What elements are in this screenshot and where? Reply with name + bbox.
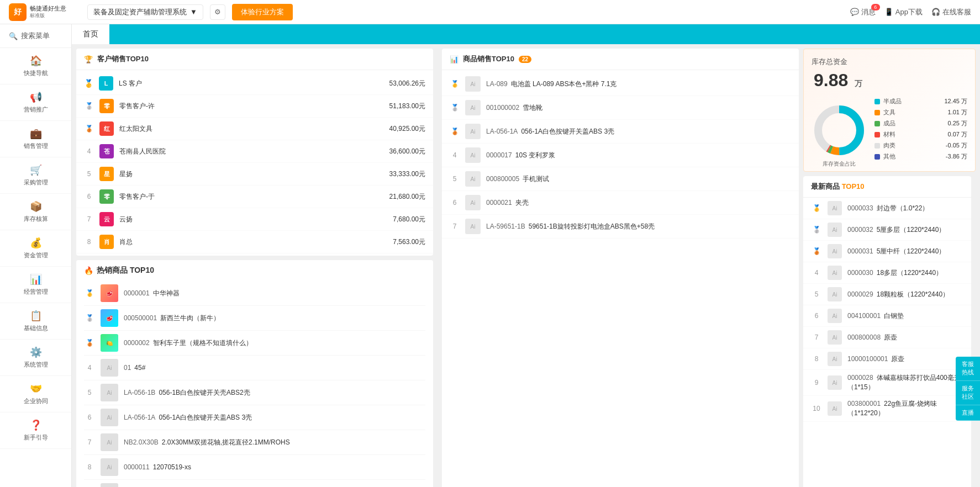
sidebar-item-purchase[interactable]: 🛒 采购管理 [0,157,71,194]
newest-name-8: 10000100001原壶 [847,354,963,364]
hot-item-9: 9 Ai KK-SD22110H花语萌值温分腿睡袋（厚款） [84,480,425,487]
legend-dot-material [874,132,880,137]
hot-name-3: 0000002智利车子里（规格不知道填什么） [124,338,425,348]
prod-name-3: LA-056-1A056-1A白色按键开关盖ABS 3壳 [486,127,791,136]
hot-item-6: 6 Ai LA-056-1A056-1A白色按键开关盖ABS 3壳 [84,405,425,430]
newest-rank-7: 7 [811,334,822,341]
newest-rank-5: 5 [811,290,822,298]
newest-name-4: 000003018多层（1220*2440） [847,268,963,278]
avatar-8: 肖 [99,235,114,249]
newest-name-10: 00380000122g鱼豆腐-烧烤味（1*12*20） [847,399,963,418]
hot-img-4: Ai [101,359,118,377]
legend-name-meat: 肉类 [883,141,942,150]
hot-rank-1: 🥇 [84,289,95,297]
sidebar-item-finance[interactable]: 💰 资金管理 [0,230,71,267]
legend-finished: 成品 0.25 万 [874,119,967,128]
prod-medal-2: 🥈 [450,104,460,112]
product-rank-3: 🥉 Ai LA-056-1A056-1A白色按键开关盖ABS 3壳 [442,120,799,144]
system-selector[interactable]: 装备及固定资产辅助管理系统 ▼ [87,4,203,20]
customer-name-8: 肖总 [119,237,387,247]
newest-rank-2: 🥈 [811,226,822,234]
legend-meat: 肉类 -0.05 万 [874,141,967,150]
prod-rank-5: 5 [450,175,460,183]
hot-img-3: 🍋 [101,334,118,352]
prod-name-7: LA-59651-1B59651-1B旋转投影灯电池盒ABS黑色+58壳 [486,222,791,231]
chart-icon: 📊 [450,55,459,63]
hot-name-5: LA-056-1B056-1B白色按键开关壳ABS2壳 [124,388,425,398]
nav-label-system: 系统管理 [24,361,48,369]
donut-chart: 库存资金占比 [812,103,867,158]
online-service-button[interactable]: 🎧 在线客服 [931,7,971,17]
legend-val-semifinished: 12.45 万 [944,97,967,105]
customer-amount-5: 33,333.00元 [389,170,425,179]
page-tabs: 首页 [72,24,980,44]
product-rank-5: 5 Ai 000800005手机测试 [442,167,799,191]
inventory-card: 库存总资金 9.88 万 [803,49,976,172]
prod-img-4: Ai [465,147,481,163]
newest-item-7: 7 Ai 000800008原壶 [803,327,971,348]
legend-semifinished: 半成品 12.45 万 [874,97,967,105]
headset-icon: 🎧 [931,8,940,16]
customer-amount-4: 36,600.00元 [389,147,425,156]
prod-img-1: Ai [465,76,481,92]
hot-img-2: 🥩 [101,309,118,327]
legend-name-finished: 成品 [883,119,945,128]
sidebar-item-guide[interactable]: ❓ 新手引导 [0,412,71,449]
legend-name-material: 材料 [883,130,945,139]
search-menu-label: 搜索菜单 [21,31,50,41]
sidebar-item-collaboration[interactable]: 🤝 企业协同 [0,376,71,412]
nav-label-guide: 新手引导 [24,433,48,442]
sidebar-item-inventory[interactable]: 📦 库存核算 [0,194,71,230]
tab-home[interactable]: 首页 [72,24,109,44]
app-download-button[interactable]: 📱 App下载 [884,7,923,17]
live-broadcast-button[interactable]: 直播 [956,405,980,421]
hot-img-9: Ai [101,483,118,487]
chevron-down-icon: ▼ [190,8,197,16]
newest-rank-8: 8 [811,355,822,363]
customer-amount-3: 40,925.00元 [389,124,425,134]
sidebar-item-basics[interactable]: 📋 基础信息 [0,303,71,340]
settings-button[interactable]: ⚙ [210,4,225,20]
nav-label-purchase: 采购管理 [24,178,48,187]
prod-img-2: Ai [465,100,481,115]
trial-button[interactable]: 体验行业方案 [232,4,293,20]
top-right-actions: 💬 消息 6 📱 App下载 🎧 在线客服 [850,7,971,17]
newest-img-9: Ai [828,375,842,390]
legend-val-meat: -0.05 万 [946,141,967,150]
collab-icon: 🤝 [30,383,42,395]
legend-other: 其他 -3.86 万 [874,152,967,161]
newest-rank-4: 4 [811,269,822,277]
hot-rank-6: 6 [84,414,95,421]
nav-label-finance: 资金管理 [24,251,48,260]
medal-1: 🥇 [84,79,93,88]
newest-item-9: 9 Ai 0000028体碱嘉核味苏打饮品400毫升（1*15） [803,370,971,396]
newest-img-10: Ai [828,401,842,416]
basics-icon: 📋 [30,310,42,322]
hot-img-7: Ai [101,433,118,451]
logo-area: 好 畅捷通好生意 标准版 [9,3,81,21]
sidebar-item-quick-nav[interactable]: 🏠 快捷导航 [0,48,71,84]
sidebar-item-sales[interactable]: 💼 销售管理 [0,121,71,157]
message-button[interactable]: 💬 消息 6 [850,7,876,17]
sidebar-item-operations[interactable]: 📊 经营管理 [0,267,71,303]
hot-img-1: 🥩 [101,284,118,302]
newest-products-header: 最新商品 TOP10 [803,176,971,198]
sidebar-item-system[interactable]: ⚙️ 系统管理 [0,340,71,376]
customer-service-button[interactable]: 客服热线 [956,357,980,381]
avatar-6: 零 [99,189,114,204]
service-community-button[interactable]: 服务社区 [956,381,980,405]
system-name: 装备及固定资产辅助管理系统 [93,7,187,17]
avatar-3: 红 [99,121,114,136]
newest-item-5: 5 Ai 000002918颗粒板（1220*2440） [803,284,971,305]
legend-dot-other [874,154,880,160]
customer-name-2: 零售客户-许 [119,102,384,111]
customer-rank-3: 🥉 红 红太阳文具 40,925.00元 [76,118,433,140]
hot-products-content: 🔥 热销商品 TOP10 🥇 🥩 0000001中华神器 🥈 🥩 0005000… [76,260,433,487]
search-menu-button[interactable]: 🔍 搜索菜单 [0,24,71,48]
sidebar-item-marketing[interactable]: 📢 营销推广 [0,84,71,121]
inventory-icon: 📦 [30,200,42,213]
legend-dot-meat [874,143,880,149]
customer-amount-8: 7,563.00元 [393,237,425,247]
nav-label-basics: 基础信息 [24,324,48,332]
prod-name-1: LA-089电池盖 LA-089 ABS本色+黑种 7.1克 [486,80,791,89]
